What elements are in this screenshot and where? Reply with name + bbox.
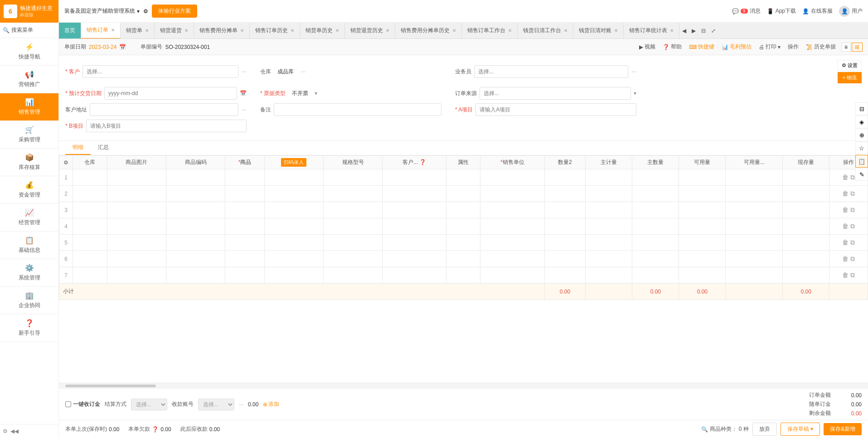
row-warehouse-3[interactable]	[73, 202, 107, 218]
warehouse-dots[interactable]: ···	[301, 68, 305, 75]
scan-btn[interactable]: 扫码录入	[281, 158, 306, 167]
sidebar-item-purchase[interactable]: 🛒 采购管理	[0, 121, 58, 149]
tab-summary[interactable]: 汇总	[91, 141, 116, 155]
row-customer-code-2[interactable]	[383, 186, 446, 202]
profit-btn[interactable]: 📊 毛利预估	[720, 42, 753, 52]
copy-icon-2[interactable]: ⧉	[850, 190, 855, 197]
sidebar-item-guide[interactable]: ❓ 新手引导	[0, 314, 58, 342]
settings-side-btn[interactable]: ⚙ 设置	[838, 60, 862, 71]
tab-home[interactable]: 首页	[59, 23, 81, 39]
sidebar-item-system[interactable]: ⚙️ 系统管理	[0, 259, 58, 287]
tab-next[interactable]: ▶	[689, 28, 698, 34]
sidebar-item-enterprise[interactable]: 🏢 企业协同	[0, 287, 58, 314]
tab-close-fee-hist[interactable]: ✕	[452, 28, 456, 33]
right-icon-1[interactable]: ⊟	[855, 102, 868, 115]
row-code-3[interactable]	[166, 202, 225, 218]
row-goods-1[interactable]	[225, 169, 264, 186]
delete-icon-4[interactable]: 🗑	[842, 222, 849, 230]
tab-daily-reconcile[interactable]: 钱货日清对账 ✕	[573, 23, 624, 39]
delete-icon-2[interactable]: 🗑	[842, 190, 849, 197]
online-service-group[interactable]: 👤 在线客服	[802, 7, 833, 15]
tab-close-refund-hist[interactable]: ✕	[386, 28, 389, 33]
tab-close-daily-reconcile[interactable]: ✕	[614, 28, 618, 33]
row-qty2-2[interactable]	[544, 186, 586, 202]
system-selector[interactable]: 装备及固定资产辅助管理系统 ▾	[64, 7, 140, 15]
message-group[interactable]: 💬 9 消息	[732, 7, 761, 15]
tab-sales-fee[interactable]: 销售费用分摊单 ✕	[194, 23, 250, 39]
tab-close-daily-clear[interactable]: ✕	[564, 28, 567, 33]
row-spec-1[interactable]	[324, 169, 383, 186]
tab-refund-hist[interactable]: 销货退货历史 ✕	[345, 23, 395, 39]
one-click-checkbox[interactable]	[65, 401, 71, 407]
row-unit-1[interactable]	[480, 169, 544, 186]
tab-return-hist[interactable]: 销货单历史 ✕	[300, 23, 345, 39]
add-btn[interactable]: ⊕ 添加	[263, 400, 279, 408]
tab-detail[interactable]: 明细	[65, 141, 91, 155]
th-settings[interactable]: ⚙	[59, 156, 73, 169]
right-icon-4[interactable]: ☆	[855, 142, 868, 154]
row-customer-code-3[interactable]	[383, 202, 446, 218]
row-qty2-3[interactable]	[544, 202, 586, 218]
row-qty2-1[interactable]	[544, 169, 586, 186]
row-warehouse-2[interactable]	[73, 186, 107, 202]
row-attr-3[interactable]	[446, 202, 480, 218]
right-icon-5[interactable]: 📋	[855, 155, 868, 168]
tab-close-sales-refund[interactable]: ✕	[184, 28, 188, 33]
row-attr-1[interactable]	[446, 169, 480, 186]
a-project-input[interactable]	[475, 103, 636, 116]
row-warehouse-1[interactable]	[73, 169, 107, 186]
discard-btn[interactable]: 放弃	[752, 423, 777, 436]
delete-icon-5[interactable]: 🗑	[842, 239, 849, 246]
industry-btn[interactable]: 体验行业方案	[152, 5, 197, 18]
print-btn[interactable]: 🖨 打印 ▾	[757, 42, 782, 52]
tab-expand[interactable]: ⤢	[708, 28, 718, 34]
account-select[interactable]: 选择...	[198, 399, 234, 410]
tab-daily-clear[interactable]: 钱货日清工作台 ✕	[518, 23, 573, 39]
tab-close-order-hist[interactable]: ✕	[291, 28, 294, 33]
row-unit-2[interactable]	[480, 186, 544, 202]
list-view-btn[interactable]: ≡	[841, 43, 851, 52]
copy-icon-1[interactable]: ⧉	[850, 173, 855, 181]
help-btn[interactable]: ❓ 帮助	[661, 42, 684, 52]
order-source-input[interactable]	[480, 87, 631, 100]
row-unit-3[interactable]	[480, 202, 544, 218]
tab-sales-refund[interactable]: 销货退货 ✕	[155, 23, 194, 39]
tab-close-return-hist[interactable]: ✕	[335, 28, 339, 33]
tab-close-stats[interactable]: ✕	[670, 28, 674, 33]
app-download-group[interactable]: 📱 App下载	[767, 7, 796, 15]
customer-dots[interactable]: ···	[242, 68, 247, 75]
help-icon-debit[interactable]: ❓	[152, 426, 159, 433]
remark-input[interactable]	[274, 103, 441, 116]
tab-menu[interactable]: ⊟	[698, 28, 708, 34]
row-main-qty-3[interactable]	[632, 202, 679, 218]
b-project-input[interactable]	[86, 120, 247, 132]
th-scan[interactable]: 扫码录入	[264, 156, 323, 169]
row-attr-2[interactable]	[446, 186, 480, 202]
search-goods-icon[interactable]: 🔍	[701, 426, 708, 433]
tab-fee-hist[interactable]: 销售费用分摊单历史 ✕	[395, 23, 462, 39]
save-new-btn[interactable]: 保存&新增	[824, 423, 862, 435]
invoice-dropdown-icon[interactable]: ▾	[315, 90, 317, 96]
customer-input[interactable]	[82, 65, 238, 78]
sidebar-item-basic[interactable]: 📋 基础信息	[0, 231, 58, 259]
salesperson-input[interactable]	[474, 65, 628, 78]
tab-prev[interactable]: ◀	[679, 28, 689, 34]
delete-icon-1[interactable]: 🗑	[842, 173, 849, 181]
row-main-qty-2[interactable]	[632, 186, 679, 202]
save-draft-btn[interactable]: 保存草稿 ▾	[781, 423, 820, 436]
delivery-input[interactable]	[104, 87, 237, 100]
row-spec-2[interactable]	[324, 186, 383, 202]
tab-sales-return[interactable]: 销货单 ✕	[121, 23, 155, 39]
copy-icon-4[interactable]: ⧉	[850, 222, 855, 230]
row-goods-2[interactable]	[225, 186, 264, 202]
view-btn[interactable]: ▶ 视频	[637, 42, 657, 52]
add-logistics-btn[interactable]: + 物流	[838, 72, 862, 83]
tab-workbench[interactable]: 销售订单工作台 ✕	[462, 23, 518, 39]
settings-icon[interactable]: ⚙	[143, 8, 148, 14]
row-main-qty-1[interactable]	[632, 169, 679, 186]
history-btn[interactable]: 📜 历史单据	[804, 42, 838, 52]
sidebar-item-sales[interactable]: 📊 销售管理	[0, 93, 58, 121]
payment-method-select[interactable]: 选择...	[131, 399, 167, 410]
copy-icon-3[interactable]: ⧉	[850, 206, 855, 214]
sidebar-item-finance[interactable]: 💰 资金管理	[0, 176, 58, 204]
